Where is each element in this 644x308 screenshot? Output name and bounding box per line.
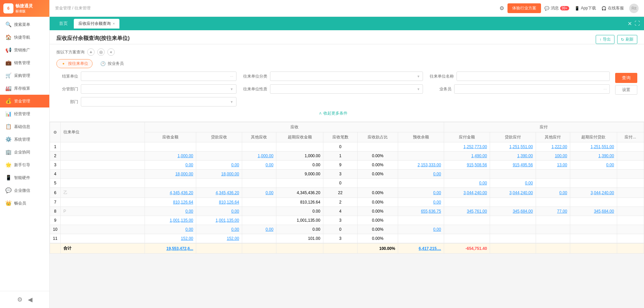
sidebar-item-member[interactable]: 👑 畅会员 bbox=[0, 197, 49, 210]
sidebar-item-enterprise[interactable]: 🏢 企业协同 bbox=[0, 146, 49, 159]
table-cell[interactable]: 1,001,135.00 bbox=[196, 216, 242, 225]
table-cell[interactable]: 0.00 bbox=[398, 225, 444, 234]
message-btn[interactable]: 💬 消息 99+ bbox=[544, 5, 569, 11]
scheme-by-staff[interactable]: 🕐 按业务员 bbox=[96, 59, 128, 68]
table-cell[interactable]: 3,044,240.00 bbox=[490, 188, 536, 198]
tab-home[interactable]: 首页 bbox=[54, 18, 73, 29]
table-cell[interactable]: 1,390.00 bbox=[490, 151, 536, 161]
unit-name-input[interactable] bbox=[457, 72, 610, 81]
sidebar-item-inventory[interactable]: 🏭 库存核算 bbox=[0, 82, 49, 95]
table-cell[interactable]: 1,222.00 bbox=[536, 142, 570, 151]
sidebar-item-hardware[interactable]: 📱 智能硬件 bbox=[0, 171, 49, 184]
table-cell[interactable]: 18,000.00 bbox=[145, 170, 196, 179]
table-cell[interactable]: 4,345,436.20 bbox=[145, 188, 196, 198]
settlement-input[interactable]: ··· bbox=[81, 72, 236, 81]
footer-prepay[interactable]: 6,417,215.... bbox=[398, 243, 444, 254]
col-settings[interactable]: ⚙ bbox=[50, 122, 61, 142]
table-cell[interactable]: 1,251,551.00 bbox=[490, 142, 536, 151]
table-cell[interactable]: 0.00 bbox=[242, 225, 276, 234]
refresh-button[interactable]: ↻ 刷新 bbox=[617, 35, 637, 44]
table-cell[interactable]: 810,126.64 bbox=[196, 198, 242, 207]
table-cell[interactable]: 0.00 bbox=[196, 161, 242, 170]
sidebar-item-search[interactable]: 🔍 搜索菜单 bbox=[0, 18, 49, 31]
tab-close-btn[interactable]: ✕ bbox=[628, 20, 632, 27]
table-cell[interactable]: 655,636.75 bbox=[398, 207, 444, 216]
table-cell[interactable]: 1,000.00 bbox=[242, 151, 276, 161]
table-cell[interactable]: 0.00 bbox=[145, 207, 196, 216]
tab-close-icon[interactable]: × bbox=[113, 21, 115, 26]
sidebar-item-system[interactable]: ⚙️ 系统管理 bbox=[0, 133, 49, 146]
table-cell[interactable]: 0.00 bbox=[536, 188, 570, 198]
sidebar-settings-btn[interactable]: ⚙ bbox=[16, 295, 24, 305]
filter-scheme-btn[interactable]: ◎ bbox=[97, 48, 105, 56]
table-cell[interactable]: 13.00 bbox=[536, 161, 570, 170]
footer-ar-total[interactable]: 19,553,472,6... bbox=[145, 243, 196, 254]
table-cell[interactable]: 18,000.00 bbox=[196, 170, 242, 179]
table-cell[interactable]: 915,508.56 bbox=[444, 161, 490, 170]
table-cell[interactable]: 0.00 bbox=[570, 161, 617, 170]
table-cell[interactable]: 0.00 bbox=[398, 188, 444, 198]
table-cell[interactable]: 0.00 bbox=[242, 161, 276, 170]
collapse-btn[interactable]: ∧ 收起更多条件 bbox=[56, 109, 610, 118]
table-cell[interactable]: 915,495.56 bbox=[490, 161, 536, 170]
table-cell: 3 bbox=[323, 234, 357, 244]
table-cell[interactable]: 77.00 bbox=[536, 207, 570, 216]
scheme-by-unit[interactable]: 🔸 按往来单位 bbox=[56, 59, 93, 68]
table-cell[interactable]: 0.00 bbox=[242, 188, 276, 198]
app-download-btn[interactable]: 📱 App下载 bbox=[575, 5, 596, 11]
table-cell[interactable]: 1,251,551.00 bbox=[570, 142, 617, 151]
table-cell[interactable]: 810,126.64 bbox=[145, 198, 196, 207]
query-button[interactable]: 查询 bbox=[615, 73, 637, 83]
sidebar-collapse-btn[interactable]: ◀ bbox=[26, 295, 34, 305]
settings-button[interactable]: 设置 bbox=[615, 85, 637, 95]
table-cell[interactable]: 1,252,773.00 bbox=[444, 142, 490, 151]
table-cell[interactable]: 345,684.00 bbox=[570, 207, 617, 216]
tab-ar-ap[interactable]: 应收应付余额查询 × bbox=[74, 19, 119, 29]
table-cell[interactable]: 1,390.00 bbox=[570, 151, 617, 161]
filter-expand-btn[interactable]: « bbox=[107, 48, 115, 56]
table-cell[interactable]: 345,684.00 bbox=[490, 207, 536, 216]
table-cell[interactable]: 0.00 bbox=[196, 225, 242, 234]
table-cell[interactable]: 1,001,135.00 bbox=[145, 216, 196, 225]
sidebar-item-quick-nav[interactable]: 🏠 快捷导航 bbox=[0, 31, 49, 44]
salesman-input[interactable]: ··· bbox=[454, 84, 610, 94]
table-cell[interactable]: 152.00 bbox=[196, 234, 242, 244]
table-cell[interactable]: 0.00 bbox=[398, 170, 444, 179]
table-cell[interactable]: 100.00 bbox=[536, 151, 570, 161]
table-cell[interactable]: 0.00 bbox=[398, 198, 444, 207]
dept-manage-input[interactable]: ▼ bbox=[81, 84, 236, 94]
table-cell[interactable]: 3,044,240.00 bbox=[570, 188, 617, 198]
sidebar-item-purchase[interactable]: 🛒 采购管理 bbox=[0, 69, 49, 82]
table-cell[interactable]: 0.00 bbox=[196, 207, 242, 216]
table-cell[interactable]: 0.00 bbox=[145, 225, 196, 234]
promo-button[interactable]: 体验行业方案 bbox=[507, 3, 541, 13]
table-cell[interactable]: 4,345,436.20 bbox=[196, 188, 242, 198]
unit-nature-input[interactable]: ▼ bbox=[270, 84, 423, 94]
sidebar-item-wechat[interactable]: 💬 企业微信 bbox=[0, 184, 49, 197]
user-avatar[interactable]: Rit bbox=[629, 4, 639, 13]
table-cell bbox=[444, 170, 490, 179]
table-cell[interactable]: 1,000.00 bbox=[145, 151, 196, 161]
sidebar-item-marketing[interactable]: 📢 营销推广 bbox=[0, 44, 49, 56]
sidebar-item-operations[interactable]: 📊 经营管理 bbox=[0, 107, 49, 120]
table-cell[interactable]: 0.00 bbox=[444, 179, 490, 188]
tab-expand-btn[interactable]: ⛶ bbox=[635, 20, 640, 27]
filter-add-btn[interactable]: + bbox=[87, 48, 95, 56]
table-cell[interactable]: 3,044,240.00 bbox=[444, 188, 490, 198]
table-cell: 3 bbox=[323, 216, 357, 225]
table-cell[interactable]: 152.00 bbox=[145, 234, 196, 244]
table-cell[interactable]: 1,490.00 bbox=[444, 151, 490, 161]
sidebar-item-sales[interactable]: 💼 销售管理 bbox=[0, 56, 49, 69]
table-cell[interactable]: 0.00 bbox=[490, 179, 536, 188]
sidebar-item-guide[interactable]: 🌟 新手引导 bbox=[0, 159, 49, 171]
service-btn[interactable]: 🎧 在线客服 bbox=[601, 5, 624, 11]
unit-category-input[interactable]: ▼ bbox=[270, 72, 423, 81]
table-cell[interactable]: 345,761.00 bbox=[444, 207, 490, 216]
sidebar-item-basics[interactable]: 📋 基础信息 bbox=[0, 120, 49, 133]
table-cell[interactable]: 2,153,333.00 bbox=[398, 161, 444, 170]
dept-input[interactable]: ▼ bbox=[81, 97, 236, 106]
sidebar-item-capital[interactable]: 💰 资金管理 bbox=[0, 95, 49, 107]
table-cell[interactable]: 0.00 bbox=[145, 161, 196, 170]
topbar-gear-icon[interactable]: ⚙ bbox=[499, 5, 504, 11]
export-button[interactable]: ↑ 导出 bbox=[596, 35, 614, 44]
